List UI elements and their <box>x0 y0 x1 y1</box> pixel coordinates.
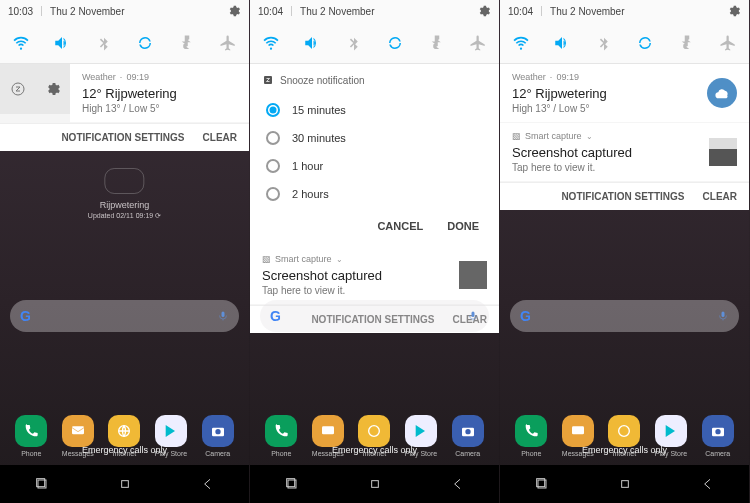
snooze-option-1hour[interactable]: 1 hour <box>262 152 487 180</box>
notif-time: 09:19 <box>126 72 149 82</box>
google-logo: G <box>520 308 531 324</box>
home-button[interactable] <box>367 476 383 492</box>
notification-actions <box>0 64 70 114</box>
notification-area: Snooze notification 15 minutes 30 minute… <box>250 64 499 333</box>
date: Thu 2 November <box>300 6 374 17</box>
radio-icon <box>266 159 280 173</box>
search-bar[interactable]: G <box>510 300 739 332</box>
notif-sub: Tap here to view it. <box>512 162 737 173</box>
sound-icon[interactable] <box>302 33 322 53</box>
notification-settings-button[interactable]: NOTIFICATION SETTINGS <box>561 191 684 202</box>
phone-screen-3: 10:04 Thu 2 November Weather · 09:19 12°… <box>500 0 750 503</box>
recents-button[interactable] <box>34 476 50 492</box>
weather-notification[interactable]: Weather · 09:19 12° Rijpwetering High 13… <box>500 64 749 122</box>
google-logo: G <box>270 308 281 324</box>
rotate-icon[interactable] <box>135 33 155 53</box>
gear-icon[interactable] <box>727 4 741 18</box>
wifi-icon[interactable] <box>261 33 281 53</box>
gear-icon[interactable] <box>477 4 491 18</box>
notif-sub: High 13° / Low 5° <box>512 103 737 114</box>
snooze-badge-icon <box>262 74 274 86</box>
mic-icon[interactable] <box>717 310 729 322</box>
rotate-icon[interactable] <box>385 33 405 53</box>
svg-point-20 <box>619 426 630 437</box>
cancel-button[interactable]: CANCEL <box>377 220 423 232</box>
chevron-down-icon[interactable]: ⌄ <box>586 132 593 141</box>
nav-bar <box>0 465 249 503</box>
notif-time: 09:19 <box>556 72 579 82</box>
status-bar: 10:03 Thu 2 November <box>0 0 249 22</box>
sound-icon[interactable] <box>552 33 572 53</box>
search-bar[interactable]: G <box>260 300 489 332</box>
screenshot-notification[interactable]: ▧ Smart capture ⌄ Screenshot captured Ta… <box>500 123 749 181</box>
snooze-icon[interactable] <box>10 81 26 97</box>
screenshot-thumbnail[interactable] <box>709 138 737 166</box>
snooze-option-30min[interactable]: 30 minutes <box>262 124 487 152</box>
snooze-dialog: Snooze notification 15 minutes 30 minute… <box>250 64 499 246</box>
wifi-icon[interactable] <box>11 33 31 53</box>
quick-settings <box>0 22 249 64</box>
clock: 10:04 <box>508 6 533 17</box>
bluetooth-icon[interactable] <box>594 33 614 53</box>
snooze-option-2hours[interactable]: 2 hours <box>262 180 487 208</box>
date: Thu 2 November <box>50 6 124 17</box>
back-button[interactable] <box>200 476 216 492</box>
snooze-title: Snooze notification <box>280 75 365 86</box>
screenshot-thumbnail[interactable] <box>459 261 487 289</box>
notification-footer: NOTIFICATION SETTINGS CLEAR <box>500 182 749 210</box>
search-bar[interactable]: G <box>10 300 239 332</box>
settings-icon[interactable] <box>45 81 61 97</box>
notif-sub: Tap here to view it. <box>262 285 487 296</box>
done-button[interactable]: DONE <box>447 220 479 232</box>
svg-rect-2 <box>222 312 225 318</box>
bluetooth-icon[interactable] <box>94 33 114 53</box>
flashlight-icon[interactable] <box>427 33 447 53</box>
mic-icon[interactable] <box>467 310 479 322</box>
home-button[interactable] <box>617 476 633 492</box>
clear-button[interactable]: CLEAR <box>703 191 737 202</box>
bluetooth-icon[interactable] <box>344 33 364 53</box>
svg-rect-3 <box>72 426 84 434</box>
radio-icon <box>266 131 280 145</box>
airplane-icon[interactable] <box>468 33 488 53</box>
widget-location: Rijpwetering <box>88 200 161 210</box>
svg-rect-10 <box>472 312 475 318</box>
rotate-icon[interactable] <box>635 33 655 53</box>
back-button[interactable] <box>700 476 716 492</box>
recents-button[interactable] <box>284 476 300 492</box>
weather-notification[interactable]: Weather · 09:19 12° Rijpwetering High 13… <box>70 64 249 122</box>
flashlight-icon[interactable] <box>677 33 697 53</box>
flashlight-icon[interactable] <box>177 33 197 53</box>
clock: 10:03 <box>8 6 33 17</box>
widget-updated: Updated 02/11 09:19 ⟳ <box>88 212 161 220</box>
svg-point-12 <box>369 426 380 437</box>
svg-rect-25 <box>621 481 628 488</box>
svg-rect-19 <box>572 426 584 434</box>
mic-icon[interactable] <box>217 310 229 322</box>
airplane-icon[interactable] <box>218 33 238 53</box>
gear-icon[interactable] <box>227 4 241 18</box>
phone-screen-1: 10:03 Thu 2 November Weather · 09:19 12°… <box>0 0 250 503</box>
status-bar: 10:04 Thu 2 November <box>500 0 749 22</box>
nav-bar <box>250 465 499 503</box>
svg-rect-17 <box>371 481 378 488</box>
recents-button[interactable] <box>534 476 550 492</box>
wifi-icon[interactable] <box>511 33 531 53</box>
weather-widget[interactable]: Rijpwetering Updated 02/11 09:19 ⟳ <box>88 168 161 220</box>
emergency-text: Emergency calls only <box>500 445 749 455</box>
chevron-down-icon[interactable]: ⌄ <box>336 255 343 264</box>
notif-app: Smart capture <box>525 131 582 141</box>
notif-title: 12° Rijpwetering <box>512 86 737 101</box>
back-button[interactable] <box>450 476 466 492</box>
screenshot-notification[interactable]: ▧ Smart capture ⌄ Screenshot captured Ta… <box>250 246 499 304</box>
airplane-icon[interactable] <box>718 33 738 53</box>
notification-settings-button[interactable]: NOTIFICATION SETTINGS <box>61 132 184 143</box>
clear-button[interactable]: CLEAR <box>203 132 237 143</box>
home-button[interactable] <box>117 476 133 492</box>
notification-area: Weather · 09:19 12° Rijpwetering High 13… <box>500 64 749 210</box>
snooze-option-15min[interactable]: 15 minutes <box>262 96 487 124</box>
sound-icon[interactable] <box>52 33 72 53</box>
svg-point-14 <box>465 429 470 434</box>
phone-screen-2: 10:04 Thu 2 November Snooze notification… <box>250 0 500 503</box>
notif-app: Smart capture <box>275 254 332 264</box>
